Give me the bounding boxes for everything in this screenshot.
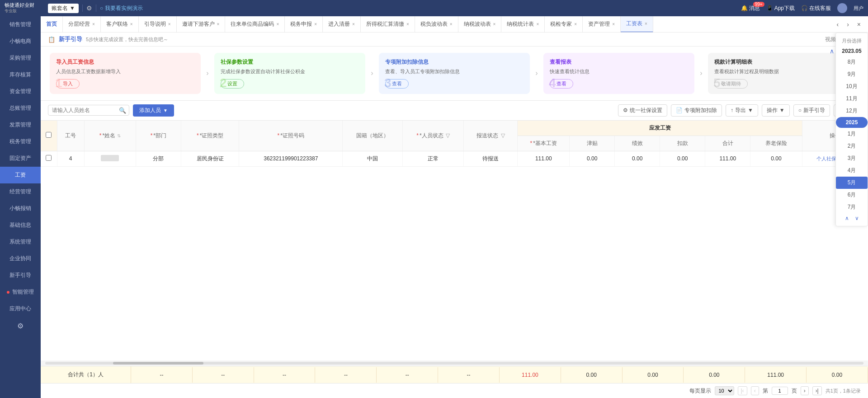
sidebar-item-ledger[interactable]: 总账管理 bbox=[0, 100, 41, 117]
personal-social-btn[interactable]: 个人社保 bbox=[816, 156, 836, 161]
tab-invite[interactable]: 邀请下游客户 × bbox=[177, 16, 226, 33]
tab-close-icon[interactable]: × bbox=[92, 22, 95, 27]
tab-guide-desc[interactable]: 引导说明 × bbox=[139, 16, 177, 33]
search-icon[interactable]: 🔍 bbox=[119, 107, 126, 114]
online-service-button[interactable]: 🎧 在线客服 bbox=[801, 5, 831, 12]
tab-close-icon[interactable]: × bbox=[314, 22, 317, 27]
sidebar-item-invoice[interactable]: 发票管理 bbox=[0, 117, 41, 133]
tab-income-tax[interactable]: 所得税汇算清缴 × bbox=[361, 16, 415, 33]
sidebar-item-basic-info[interactable]: 基础信息 bbox=[0, 217, 41, 234]
sidebar-item-tax[interactable]: 税务管理 bbox=[0, 133, 41, 150]
tab-customer[interactable]: 客户联络 × bbox=[101, 16, 139, 33]
month-scroll-down-icon[interactable]: ∨ bbox=[852, 215, 861, 221]
tab-close-icon[interactable]: × bbox=[130, 22, 133, 27]
search-input[interactable] bbox=[48, 105, 129, 116]
demo-button[interactable]: ○ 我要看实例演示 bbox=[100, 5, 143, 12]
export-label: 导出 bbox=[735, 107, 746, 114]
tab-hierarchy[interactable]: 分层经营 × bbox=[63, 16, 101, 33]
company-dropdown[interactable]: 账套名 ▼ bbox=[48, 4, 79, 13]
tab-prev-icon[interactable]: ‹ bbox=[833, 21, 842, 28]
month-item-apr[interactable]: 4月 bbox=[836, 164, 868, 177]
tab-close-all-icon[interactable]: × bbox=[854, 21, 864, 28]
month-item-oct[interactable]: 10月 bbox=[836, 80, 868, 93]
row-total: 111.00 bbox=[705, 151, 750, 166]
tab-close-icon[interactable]: × bbox=[493, 22, 496, 27]
month-item-mar[interactable]: 3月 bbox=[836, 152, 868, 164]
sidebar-item-inventory[interactable]: 库存核算 bbox=[0, 66, 41, 83]
new-guide-button[interactable]: ○ 新手引导 bbox=[793, 104, 830, 117]
sidebar-item-ai[interactable]: 智能管理 bbox=[0, 284, 41, 300]
step-cards: 1 导入员工资信息 人员信息及工资数据新增导入 导入 › 2 社保参数设置 完成… bbox=[41, 47, 868, 101]
tab-tax-report[interactable]: 税务申报 × bbox=[285, 16, 323, 33]
page-size-select[interactable]: 10 20 50 bbox=[715, 386, 734, 395]
tab-close-icon[interactable]: × bbox=[612, 22, 615, 27]
month-item-aug[interactable]: 8月 bbox=[836, 56, 868, 68]
sidebar-item-guide[interactable]: 新手引导 bbox=[0, 267, 41, 284]
sidebar-item-expense[interactable]: 小畅报销 bbox=[0, 200, 41, 217]
month-item-jul[interactable]: 7月 bbox=[836, 201, 868, 213]
tab-close-icon[interactable]: × bbox=[536, 22, 539, 27]
sidebar-item-operations[interactable]: 经营管理 bbox=[0, 183, 41, 200]
sidebar-item-purchase[interactable]: 采购管理 bbox=[0, 50, 41, 66]
guide-icon: 📋 bbox=[48, 36, 55, 43]
sidebar-gear-icon[interactable]: ⚙ bbox=[0, 317, 41, 335]
export-button[interactable]: ↑ 导出 ▼ bbox=[726, 104, 758, 117]
tab-tax-burden[interactable]: 税负波动表 × bbox=[415, 16, 458, 33]
sort-name-icon[interactable]: ⇅ bbox=[117, 133, 121, 138]
social-settings-button[interactable]: ⚙ 统一社保设置 bbox=[618, 104, 667, 117]
sidebar-item-payroll[interactable]: 工资 bbox=[0, 167, 41, 183]
sidebar-item-finance[interactable]: 资金管理 bbox=[0, 83, 41, 100]
month-item-feb[interactable]: 2月 bbox=[836, 140, 868, 152]
filter-report-icon[interactable]: ▽ bbox=[501, 132, 505, 139]
last-page-button[interactable]: ›| bbox=[812, 386, 822, 395]
tab-assets[interactable]: 资产管理 × bbox=[583, 16, 621, 33]
month-year-2025[interactable]: 2025 bbox=[836, 117, 868, 128]
sidebar-item-cooperation[interactable]: 企业协同 bbox=[0, 250, 41, 267]
row-checkbox[interactable] bbox=[46, 155, 52, 161]
gear-icon[interactable]: ⚙ bbox=[86, 5, 92, 12]
tab-home[interactable]: 首页 bbox=[41, 16, 63, 33]
month-item-jun[interactable]: 6月 bbox=[836, 189, 868, 201]
tab-product-code[interactable]: 往来单位商品编码 × bbox=[225, 16, 285, 33]
filter-status-icon[interactable]: ▽ bbox=[446, 132, 450, 139]
tab-clearance[interactable]: 进入清册 × bbox=[323, 16, 361, 33]
operation-button[interactable]: 操作 ▼ bbox=[762, 104, 790, 117]
tab-tax-fluctuation[interactable]: 纳税波动表 × bbox=[458, 16, 502, 33]
month-item-sep[interactable]: 9月 bbox=[836, 68, 868, 80]
prev-page-button[interactable]: ‹ bbox=[751, 386, 759, 395]
select-all-checkbox[interactable] bbox=[46, 132, 52, 138]
tab-close-icon[interactable]: × bbox=[645, 21, 647, 26]
tab-close-icon[interactable]: × bbox=[406, 22, 409, 27]
sidebar-item-fixed-assets[interactable]: 固定资产 bbox=[0, 150, 41, 167]
month-prev-year-icon[interactable]: ∧ bbox=[827, 47, 836, 55]
tab-close-icon[interactable]: × bbox=[352, 22, 355, 27]
sidebar-item-sales[interactable]: 销售管理 bbox=[0, 16, 41, 33]
avatar[interactable] bbox=[837, 3, 847, 13]
first-page-button[interactable]: |‹ bbox=[738, 386, 747, 395]
tab-close-icon[interactable]: × bbox=[217, 22, 220, 27]
sidebar-item-system[interactable]: 系统管理 bbox=[0, 234, 41, 250]
tab-close-icon[interactable]: × bbox=[450, 22, 453, 27]
app-download-button[interactable]: 📱 App下载 bbox=[766, 5, 795, 12]
add-person-button[interactable]: 添加人员 ▼ bbox=[133, 104, 174, 117]
sidebar-item-app-center[interactable]: 应用中心 bbox=[0, 300, 41, 317]
tab-tax-expert[interactable]: 税检专家 × bbox=[545, 16, 583, 33]
tab-close-icon[interactable]: × bbox=[574, 22, 577, 27]
special-deduction-button[interactable]: 📄 专项附加扣除 bbox=[671, 104, 722, 117]
scroll-thumb[interactable] bbox=[113, 362, 203, 365]
sidebar-item-ecommerce[interactable]: 小畅电商 bbox=[0, 33, 41, 50]
month-scroll-up-icon[interactable]: ∧ bbox=[842, 215, 851, 221]
tab-close-icon[interactable]: × bbox=[168, 22, 171, 27]
tab-next-icon[interactable]: › bbox=[843, 21, 853, 28]
tab-tax-stats[interactable]: 纳税统计表 × bbox=[501, 16, 545, 33]
next-page-button[interactable]: › bbox=[801, 386, 809, 395]
month-item-jan[interactable]: 1月 bbox=[836, 128, 868, 140]
page-input[interactable] bbox=[772, 387, 788, 395]
month-item-may[interactable]: 5月 bbox=[836, 177, 868, 189]
message-button[interactable]: 🔔 消息 99+ bbox=[741, 5, 760, 12]
tab-payroll[interactable]: 工资表 × bbox=[621, 16, 653, 33]
video-btn[interactable]: 视频 bbox=[825, 36, 836, 43]
tab-close-icon[interactable]: × bbox=[276, 22, 279, 27]
month-item-dec[interactable]: 12月 bbox=[836, 105, 868, 117]
month-item-nov[interactable]: 11月 bbox=[836, 93, 868, 105]
